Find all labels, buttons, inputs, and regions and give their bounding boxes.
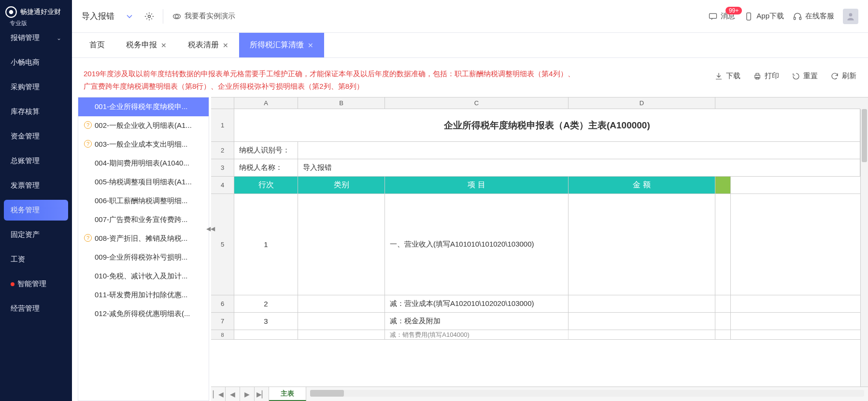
svg-rect-7	[794, 17, 796, 19]
close-icon[interactable]: ✕	[223, 41, 228, 49]
tab-tax-declare[interactable]: 税务申报✕	[115, 33, 177, 57]
header-amount[interactable]: 金 额	[569, 177, 715, 194]
nav-item-ecommerce[interactable]: 小畅电商	[0, 50, 72, 75]
col-head-b[interactable]: B	[298, 97, 385, 109]
download-button[interactable]: 下载	[714, 71, 740, 81]
nav-item-operations[interactable]: 经营管理	[0, 296, 72, 321]
cell-r6-amount[interactable]	[569, 295, 715, 312]
nav-item-tax[interactable]: 税务管理	[4, 200, 68, 221]
form-item-011[interactable]: 011-研发费用加计扣除优惠...	[78, 286, 209, 304]
row-head-7[interactable]: 7	[211, 313, 234, 330]
gear-icon[interactable]	[144, 12, 154, 21]
cell-taxid-label[interactable]: 纳税人识别号：	[234, 142, 298, 159]
sheet-nav-last[interactable]: ▶▏	[255, 387, 269, 401]
sheet-nav-prev[interactable]: ◀	[226, 387, 240, 401]
cell-r5-row[interactable]: 1	[234, 194, 298, 295]
nav-item-invoice[interactable]: 发票管理	[0, 173, 72, 198]
tab-tax-form-book[interactable]: 税表清册✕	[177, 33, 239, 57]
sheet-title[interactable]: 企业所得税年度纳税申报表（A类）主表(A100000)	[234, 109, 860, 141]
cell-r5-type[interactable]	[298, 194, 385, 295]
cell-r7-amount[interactable]	[569, 313, 715, 330]
col-head-d[interactable]: D	[569, 97, 715, 109]
demo-link[interactable]: 我要看实例演示	[172, 12, 235, 21]
message-badge: 99+	[726, 7, 742, 14]
form-item-004[interactable]: 004-期间费用明细表(A1040...	[78, 154, 209, 173]
form-item-001[interactable]: 001-企业所得税年度纳税申...	[78, 97, 209, 116]
cell-r5-amount[interactable]	[569, 194, 715, 295]
nav-item-salary[interactable]: 工资	[0, 247, 72, 272]
nav-item-purchase[interactable]: 采购管理	[0, 75, 72, 99]
row-head-1[interactable]: 1	[211, 109, 234, 141]
row-head-4[interactable]: 4	[211, 177, 234, 194]
cell-taxid-value[interactable]	[298, 142, 860, 159]
refresh-button[interactable]: 刷新	[830, 71, 856, 81]
tab-home[interactable]: 首页	[79, 33, 115, 57]
form-item-006[interactable]: 006-职工薪酬纳税调整明细...	[78, 192, 209, 210]
col-head-c[interactable]: C	[385, 97, 569, 109]
tab-income-tax-settle[interactable]: 所得税汇算清缴✕	[239, 33, 324, 57]
col-head-a[interactable]: A	[234, 97, 298, 109]
sheet-nav-next[interactable]: ▶	[240, 387, 255, 401]
cell-name-value[interactable]: 导入报错	[298, 159, 860, 176]
form-item-009[interactable]: 009-企业所得税弥补亏损明...	[78, 248, 209, 267]
cell-r7-type[interactable]	[298, 313, 385, 330]
collapse-panel-button[interactable]: ◀◀	[206, 222, 215, 235]
header-type[interactable]: 类别	[298, 177, 385, 194]
nav-item-fund[interactable]: 资金管理	[0, 124, 72, 149]
customer-service-button[interactable]: 在线客服	[793, 12, 834, 21]
scroll-thumb[interactable]	[310, 390, 344, 397]
row-head-3[interactable]: 3	[211, 159, 234, 176]
form-item-005[interactable]: 005-纳税调整项目明细表(A1...	[78, 173, 209, 192]
cell-r8-type[interactable]	[298, 330, 385, 339]
app-download-button[interactable]: App下载	[744, 12, 784, 21]
svg-rect-8	[799, 17, 801, 19]
form-item-003[interactable]: ?003-一般企业成本支出明细...	[78, 135, 209, 154]
nav-item-smart[interactable]: 智能管理	[0, 272, 72, 296]
cell-r7-row[interactable]: 3	[234, 313, 298, 330]
row-head-2[interactable]: 2	[211, 142, 234, 159]
row-head-6[interactable]: 6	[211, 295, 234, 312]
grid-corner[interactable]	[211, 97, 234, 109]
cell-r7-item[interactable]: 减：税金及附加	[385, 313, 569, 330]
cell-r6-item[interactable]: 减：营业成本(填写A102010\102020\103000)	[385, 295, 569, 312]
header-row[interactable]: 行次	[234, 177, 298, 194]
form-item-012[interactable]: 012-减免所得税优惠明细表(...	[78, 304, 209, 323]
nav-item-asset[interactable]: 固定资产	[0, 222, 72, 247]
cell-r5-item[interactable]: 一、营业收入(填写A101010\101020\103000)	[385, 194, 569, 295]
chat-icon	[708, 12, 718, 21]
close-icon[interactable]: ✕	[308, 41, 313, 49]
reset-button[interactable]: 重置	[792, 71, 818, 81]
scroll-thumb[interactable]	[862, 109, 867, 162]
cell-r6-extra[interactable]	[715, 295, 731, 312]
nav-item-cutoff[interactable]: 报销管理⌄	[0, 31, 72, 50]
sheet-tab-main[interactable]: 主表	[269, 387, 306, 401]
reset-icon	[792, 72, 800, 81]
form-item-008[interactable]: ?008-资产折旧、摊销及纳税...	[78, 229, 209, 248]
row-head-8[interactable]: 8	[211, 330, 234, 339]
cell-r8-extra[interactable]	[715, 330, 731, 339]
cell-r6-row[interactable]: 2	[234, 295, 298, 312]
cell-name-label[interactable]: 纳税人名称：	[234, 159, 298, 176]
form-item-010[interactable]: 010-免税、减计收入及加计...	[78, 267, 209, 286]
cell-r8-item[interactable]: 减：销售费用(填写A104000)	[385, 330, 569, 339]
cell-r6-type[interactable]	[298, 295, 385, 312]
cell-r8-row[interactable]	[234, 330, 298, 339]
cell-r8-amount[interactable]	[569, 330, 715, 339]
header-extra[interactable]	[715, 177, 731, 194]
close-icon[interactable]: ✕	[161, 41, 167, 49]
form-item-007[interactable]: 007-广告费和业务宣传费跨...	[78, 210, 209, 229]
cell-r7-extra[interactable]	[715, 313, 731, 330]
nav-item-ledger[interactable]: 总账管理	[0, 149, 72, 173]
chevron-down-icon[interactable]	[123, 12, 136, 21]
avatar[interactable]	[843, 9, 858, 24]
form-item-002[interactable]: ?002-一般企业收入明细表(A1...	[78, 116, 209, 135]
print-button[interactable]: 打印	[753, 71, 779, 81]
messages-button[interactable]: 消息 99+	[708, 12, 735, 21]
nav-item-inventory[interactable]: 库存核算	[0, 99, 72, 124]
row-head-5[interactable]: 5	[211, 194, 234, 295]
header-item[interactable]: 项 目	[385, 177, 569, 194]
vertical-scrollbar[interactable]	[860, 109, 868, 387]
sheet-nav-first[interactable]: ▏◀	[211, 387, 226, 401]
horizontal-scrollbar[interactable]	[310, 390, 864, 397]
cell-r5-extra[interactable]	[715, 194, 731, 295]
